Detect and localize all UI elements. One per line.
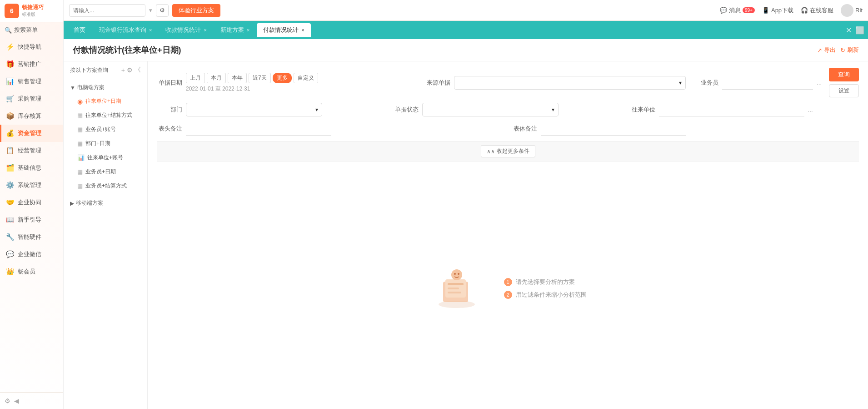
sidebar-item-capital[interactable]: 💰 资金管理 [0, 125, 63, 142]
tab-close-all-btn[interactable]: ✕ [846, 26, 852, 35]
sidebar-collapse-btn[interactable]: ◀ [14, 397, 19, 404]
sidebar-search[interactable]: 🔍 搜索菜单 [0, 22, 63, 38]
scheme-item-partner-settlement[interactable]: ▦ 往来单位+结算方式 [64, 108, 147, 122]
date-btn-custom[interactable]: 自定义 [294, 73, 318, 83]
date-btn-this-month[interactable]: 本月 [207, 73, 226, 83]
body-note-field: 表体备注 [512, 122, 859, 136]
online-service-btn[interactable]: 🎧 在线客服 [801, 6, 833, 15]
sidebar-item-marketing[interactable]: 🎁 营销推广 [0, 56, 63, 73]
collapse-up-icon: ∧∧ [487, 148, 495, 155]
date-btn-group: 上月 本月 本年 近7天 更多 自定义 [186, 73, 318, 83]
staff-dots[interactable]: ... [817, 79, 822, 86]
topbar-gear-btn[interactable]: ⚙ [156, 4, 169, 17]
scheme-item-staff-account[interactable]: ▦ 业务员+账号 [64, 122, 147, 136]
settings-btn[interactable]: 设置 [829, 84, 859, 97]
tab-bank-flow[interactable]: 现金银行流水查询 × [93, 23, 158, 37]
sidebar-item-purchase[interactable]: 🛒 采购管理 [0, 90, 63, 107]
dept-select[interactable]: ▾ [186, 103, 322, 116]
partner-input[interactable] [659, 103, 804, 116]
tabbar: 首页 现金银行流水查询 × 收款情况统计 × 新建方案 × 付款情况统计 × ✕… [64, 21, 868, 39]
scheme-item-staff-settlement[interactable]: ▦ 业务员+结算方式 [64, 179, 147, 193]
staff-input[interactable] [722, 76, 813, 90]
tab-receipt-stats-close[interactable]: × [204, 27, 206, 33]
tab-payment-stats-close[interactable]: × [301, 27, 304, 33]
svg-rect-3 [448, 283, 464, 285]
scheme-item-staff-date[interactable]: ▦ 业务员+日期 [64, 165, 147, 179]
left-panel-title: 按以下方案查询 [70, 66, 108, 74]
app-download-btn[interactable]: 📱 App下载 [762, 6, 793, 15]
topbar-search-input[interactable] [69, 4, 145, 17]
tab-receipt-stats[interactable]: 收款情况统计 × [159, 23, 213, 37]
user-profile[interactable]: Rit [841, 4, 863, 17]
partner-dots[interactable]: ... [808, 106, 813, 113]
tab-new-scheme-close[interactable]: × [247, 27, 249, 33]
dropdown-arrow-icon[interactable]: ▾ [149, 7, 152, 14]
inventory-icon: 📦 [6, 112, 14, 120]
scheme-icon-6: ▦ [77, 182, 83, 189]
scheme-icon-3: ▦ [77, 140, 83, 147]
service-icon: 🎧 [801, 7, 808, 14]
sidebar-item-wechat[interactable]: 💬 企业微信 [0, 246, 63, 263]
refresh-btn[interactable]: ↻ 刷新 [840, 46, 859, 54]
sidebar-item-inventory[interactable]: 📦 库存核算 [0, 107, 63, 125]
sidebar-item-sales[interactable]: 📊 销售管理 [0, 73, 63, 90]
body-note-input[interactable] [541, 122, 686, 136]
tab-home[interactable]: 首页 [67, 23, 92, 37]
header-note-field: 表头备注 [157, 122, 504, 136]
sidebar-item-guide[interactable]: 📖 新手引导 [0, 211, 63, 228]
tab-payment-stats[interactable]: 付款情况统计 × [257, 23, 310, 37]
sidebar-item-hardware[interactable]: 🔧 智能硬件 [0, 228, 63, 246]
scheme-icon-2: ▦ [77, 126, 83, 133]
scheme-item-dept-date[interactable]: ▦ 部门+日期 [64, 136, 147, 151]
staff-filter-field: 业务员 ... [693, 76, 822, 90]
body-note-label: 表体备注 [512, 125, 537, 133]
wechat-icon: 💬 [6, 250, 14, 258]
sidebar-item-system[interactable]: ⚙️ 系统管理 [0, 177, 63, 194]
sidebar-item-basic[interactable]: 🗂️ 基础信息 [0, 159, 63, 177]
date-btn-last-7[interactable]: 近7天 [249, 73, 271, 83]
tab-new-scheme[interactable]: 新建方案 × [214, 23, 256, 37]
source-label: 来源单据 [425, 79, 450, 87]
left-panel: 按以下方案查询 + ⚙ 《 ▼ 电脑端方案 ◉ 往来单位+日期 [64, 61, 148, 409]
status-select-arrow: ▾ [552, 106, 554, 113]
scheme-icon-1: ▦ [77, 112, 83, 119]
logo-name: 畅捷通巧 [22, 4, 44, 11]
operation-icon: 📋 [6, 146, 14, 155]
scheme-item-partner-date[interactable]: ◉ 往来单位+日期 [64, 94, 147, 108]
sidebar-item-quick-nav[interactable]: ⚡ 快捷导航 [0, 38, 63, 56]
export-btn[interactable]: ↗ 导出 [817, 46, 836, 54]
filter-actions: 查询 设置 [829, 68, 859, 97]
refresh-icon: ↻ [840, 47, 845, 54]
source-select-arrow: ▾ [679, 80, 682, 86]
tab-expand-btn[interactable]: ⬜ [855, 26, 864, 35]
mobile-section-header[interactable]: ▶ 移动端方案 [64, 197, 147, 210]
tab-bank-flow-close[interactable]: × [149, 27, 152, 33]
logo-badge: 标准版 [22, 11, 44, 18]
sidebar-item-operation[interactable]: 📋 经营管理 [0, 142, 63, 159]
left-panel-settings-btn[interactable]: ⚙ [127, 66, 133, 74]
query-btn[interactable]: 查询 [829, 68, 859, 81]
left-panel-collapse-btn[interactable]: 《 [135, 66, 141, 74]
filter-row-1: 单据日期 上月 本月 本年 近7天 更多 自定义 20 [157, 68, 859, 97]
left-panel-add-btn[interactable]: + [121, 66, 125, 74]
header-note-input[interactable] [186, 122, 331, 136]
date-btn-more[interactable]: 更多 [273, 73, 292, 83]
source-select[interactable]: ▾ [454, 76, 686, 90]
messages-btn[interactable]: 💬 消息 99+ [720, 6, 755, 15]
trial-btn[interactable]: 体验行业方案 [172, 4, 220, 17]
date-btn-this-year[interactable]: 本年 [228, 73, 247, 83]
desktop-section-header[interactable]: ▼ 电脑端方案 [64, 81, 147, 94]
sidebar-settings-btn[interactable]: ⚙ [5, 397, 10, 404]
sidebar-item-member[interactable]: 👑 畅会员 [0, 263, 63, 280]
empty-hint-1: 1 请先选择要分析的方案 [504, 278, 575, 286]
date-btn-last-month[interactable]: 上月 [186, 73, 205, 83]
empty-hints: 1 请先选择要分析的方案 2 用过滤条件来缩小分析范围 [504, 278, 587, 299]
dept-label: 部门 [157, 106, 182, 114]
collapse-more-btn[interactable]: ∧∧ 收起更多条件 [481, 145, 535, 157]
guide-icon: 📖 [6, 216, 14, 224]
scheme-item-partner-account[interactable]: 📊 往来单位+账号 [64, 151, 147, 165]
desktop-scheme-section: ▼ 电脑端方案 ◉ 往来单位+日期 ▦ 往来单位+结算方式 ▦ 业务员+账号 [64, 79, 147, 195]
hardware-icon: 🔧 [6, 233, 14, 241]
sidebar-item-enterprise[interactable]: 🤝 企业协同 [0, 194, 63, 211]
status-select[interactable]: ▾ [422, 103, 559, 116]
